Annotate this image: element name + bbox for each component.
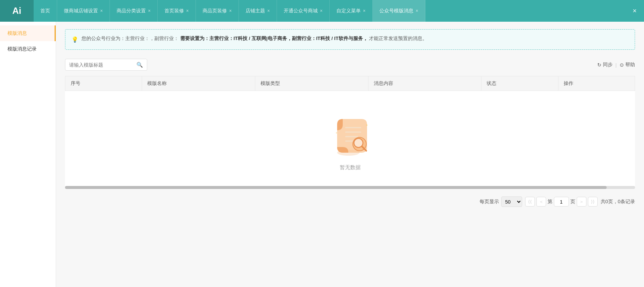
col-header-action: 操作 bbox=[558, 76, 635, 91]
prev-page-button[interactable]: ＜ bbox=[536, 197, 546, 207]
col-header-type: 模版类型 bbox=[255, 76, 368, 91]
first-page-button[interactable]: ⟨⟨ bbox=[525, 197, 535, 207]
help-circle-icon: ⊙ bbox=[620, 62, 624, 68]
notice-text: 您的公众号行业为：主营行业：，副营行业： 需要设置为：主营行业：IT科技 / 互… bbox=[81, 35, 427, 43]
top-navigation: Ai 首页微商城店铺设置×商品分类设置×首页装修×商品页装修×店铺主题×开通公众… bbox=[0, 0, 644, 22]
empty-state: ✦ ✦ 暂无数据 bbox=[65, 91, 635, 186]
tab-close-home-decor[interactable]: × bbox=[186, 9, 189, 13]
col-header-seq: 序号 bbox=[65, 76, 142, 91]
search-bar: 🔍 ↻ 同步 | ⊙ 帮助 bbox=[65, 59, 635, 71]
nav-tab-home[interactable]: 首页 bbox=[34, 0, 57, 22]
search-icon[interactable]: 🔍 bbox=[136, 62, 143, 68]
empty-state-cell: ✦ ✦ 暂无数据 bbox=[65, 91, 635, 186]
bulb-icon: 💡 bbox=[71, 35, 78, 44]
per-page-select[interactable]: 102050100 bbox=[501, 196, 522, 207]
page-controls: ⟨⟨ ＜ 第 页 ＞ ⟩⟩ bbox=[525, 197, 598, 207]
nav-tab-shop-settings[interactable]: 微商城店铺设置× bbox=[57, 0, 110, 22]
notice-box: 💡 您的公众号行业为：主营行业：，副营行业： 需要设置为：主营行业：IT科技 /… bbox=[65, 29, 635, 50]
next-page-button[interactable]: ＞ bbox=[577, 197, 586, 207]
nav-tab-home-decor[interactable]: 首页装修× bbox=[158, 0, 196, 22]
tab-close-category-settings[interactable]: × bbox=[148, 9, 151, 13]
pagination: 每页显示 102050100 ⟨⟨ ＜ 第 页 ＞ ⟩⟩ 共0页，0条记录 bbox=[65, 193, 635, 210]
search-left: 🔍 bbox=[65, 59, 147, 71]
search-input[interactable] bbox=[69, 62, 136, 68]
sidebar: 模版消息模版消息记录 bbox=[0, 22, 56, 287]
tab-close-open-mall[interactable]: × bbox=[320, 9, 323, 13]
main-layout: 模版消息模版消息记录 💡 您的公众号行业为：主营行业：，副营行业： 需要设置为：… bbox=[0, 22, 644, 287]
tab-close-store-theme[interactable]: × bbox=[267, 9, 270, 13]
col-header-name: 模版名称 bbox=[142, 76, 255, 91]
scrollbar-thumb bbox=[65, 186, 607, 189]
search-right: ↻ 同步 | ⊙ 帮助 bbox=[597, 61, 635, 68]
nav-tab-store-theme[interactable]: 店铺主题× bbox=[239, 0, 277, 22]
svg-text:✦: ✦ bbox=[365, 123, 368, 127]
empty-text: 暂无数据 bbox=[340, 164, 361, 171]
refresh-icon: ↻ bbox=[597, 62, 601, 68]
nav-tab-product-decor[interactable]: 商品页装修× bbox=[196, 0, 239, 22]
empty-icon: ✦ ✦ bbox=[328, 113, 373, 158]
help-button[interactable]: ⊙ 帮助 bbox=[620, 61, 635, 68]
col-header-status: 状态 bbox=[481, 76, 558, 91]
last-page-button[interactable]: ⟩⟩ bbox=[588, 197, 598, 207]
close-all-button[interactable]: × bbox=[625, 0, 644, 22]
search-input-wrap[interactable]: 🔍 bbox=[65, 59, 147, 71]
sidebar-item-template-records[interactable]: 模版消息记录 bbox=[0, 41, 56, 57]
nav-tab-template-msg[interactable]: 公众号模版消息× bbox=[373, 0, 425, 22]
per-page: 每页显示 102050100 bbox=[480, 196, 522, 207]
nav-tab-category-settings[interactable]: 商品分类设置× bbox=[110, 0, 158, 22]
sidebar-item-template-msg[interactable]: 模版消息 bbox=[0, 25, 56, 41]
page-suffix: 页 bbox=[570, 198, 575, 205]
tab-close-shop-settings[interactable]: × bbox=[100, 9, 103, 13]
col-header-content: 消息内容 bbox=[368, 76, 481, 91]
data-table: 序号模版名称模版类型消息内容状态操作 bbox=[65, 76, 635, 186]
tab-close-custom-menu[interactable]: × bbox=[363, 9, 366, 13]
tab-close-template-msg[interactable]: × bbox=[416, 9, 418, 13]
main-content: 💡 您的公众号行业为：主营行业：，副营行业： 需要设置为：主营行业：IT科技 /… bbox=[56, 22, 644, 287]
page-label: 第 bbox=[548, 198, 552, 205]
nav-tabs: 首页微商城店铺设置×商品分类设置×首页装修×商品页装修×店铺主题×开通公众号商城… bbox=[34, 0, 625, 22]
nav-tab-open-mall[interactable]: 开通公众号商城× bbox=[277, 0, 330, 22]
svg-text:✦: ✦ bbox=[335, 131, 338, 135]
nav-tab-custom-menu[interactable]: 自定义菜单× bbox=[330, 0, 373, 22]
total-info: 共0页，0条记录 bbox=[601, 198, 635, 205]
divider: | bbox=[616, 62, 617, 68]
per-page-label: 每页显示 bbox=[480, 198, 499, 205]
tab-close-product-decor[interactable]: × bbox=[229, 9, 232, 13]
page-number-input[interactable] bbox=[554, 197, 569, 207]
brand-logo: Ai bbox=[0, 0, 34, 22]
sync-button[interactable]: ↻ 同步 bbox=[597, 61, 613, 68]
horizontal-scrollbar[interactable] bbox=[65, 186, 635, 189]
